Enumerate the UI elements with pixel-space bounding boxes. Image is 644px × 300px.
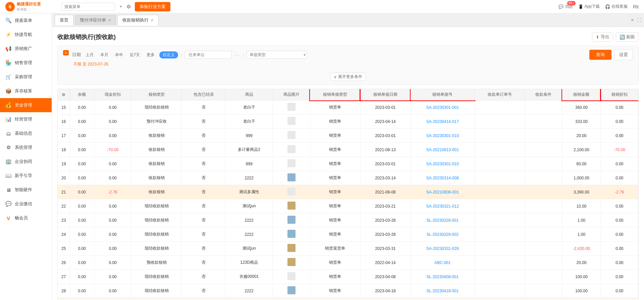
enterprise-icon: 🏢 — [5, 159, 11, 165]
export-icon: ⬆ — [596, 35, 599, 40]
tab-bar-actions: ✕ ⛶ — [631, 17, 641, 23]
cancel-bill-no-link[interactable]: SA-20230301-001 — [426, 105, 459, 110]
cancel-bill-no-link[interactable]: ABC-001 — [434, 260, 451, 265]
cancel-bill-no-link[interactable]: SL-20230418-001 — [426, 289, 459, 293]
sidebar-item-smart-hardware[interactable]: 🖥 智能硬件 — [0, 183, 52, 197]
this-month-btn[interactable]: 本月 — [98, 51, 110, 58]
sidebar-item-search[interactable]: 🔍 搜索菜单 — [0, 13, 52, 28]
row-goods: 999 — [225, 157, 273, 171]
cancel-bill-no-link[interactable]: SA-20230314-008 — [426, 176, 459, 180]
industry-btn[interactable]: 体验行业方案 — [135, 2, 170, 11]
message-icon: 💬 — [558, 4, 564, 9]
search-input[interactable] — [61, 3, 115, 11]
expand-more-button[interactable]: ∨ 展开更多条件 — [330, 73, 366, 81]
last-7days-btn[interactable]: 近7天 — [128, 51, 142, 58]
cancel-bill-no-link[interactable]: SL-20230328-001 — [426, 218, 459, 223]
message-area[interactable]: 💬 消息 99+ — [558, 4, 573, 9]
sidebar-item-guide[interactable]: 📖 新手引导 — [0, 169, 52, 183]
cancel-bill-no-link[interactable]: SL-20230408-001 — [426, 274, 459, 279]
cancel-bill-no-link[interactable]: SA-20230321-012 — [426, 204, 459, 209]
col-goods: 商品 — [225, 89, 273, 100]
sidebar-item-purchase[interactable]: 🛒 采购管理 — [0, 70, 52, 84]
row-cash-discount: 0.00 — [94, 115, 131, 129]
cancel-bill-no-link[interactable]: SA-20230414-017 — [426, 119, 459, 124]
cancel-bill-no-link[interactable]: SA-20230331-026 — [426, 246, 459, 251]
tab-prepay-close-icon[interactable]: ✕ — [108, 18, 111, 23]
window-maximize-icon[interactable]: ⛶ — [637, 17, 641, 23]
row-collection-order-no — [475, 143, 525, 157]
row-payment-terms — [525, 129, 562, 143]
row-type: 收款核销 — [131, 171, 182, 185]
sidebar-label-inventory: 库存核算 — [15, 88, 32, 94]
sidebar-item-basic-info[interactable]: 🗂 基础信息 — [0, 126, 52, 140]
row-cancel-discount: 0.00 — [601, 100, 638, 115]
refresh-button[interactable]: 🔄 刷新 — [616, 32, 639, 42]
row-goods: 2222 — [225, 284, 273, 298]
this-year-btn[interactable]: 本年 — [113, 51, 125, 58]
row-collection-order-no — [475, 284, 525, 298]
col-included: 包含已结清 — [181, 89, 225, 100]
row-no: 18 — [58, 143, 70, 157]
row-payment-terms — [525, 242, 562, 256]
row-cancel-bill-no: SA-20230301-001 — [411, 100, 475, 115]
row-balance: 0.00 — [70, 256, 94, 270]
row-cancel-bill-type: 销货单 — [310, 100, 360, 115]
expand-collapse-icon[interactable]: » — [63, 50, 69, 55]
sidebar-label-purchase: 采购管理 — [15, 74, 32, 80]
row-type: 现结收款核销 — [131, 270, 182, 284]
col-collection-order-no: 收款单订单号 — [475, 89, 525, 100]
col-settings[interactable]: ⚙ — [58, 89, 70, 100]
tab-prepay[interactable]: 预付冲应付单 ✕ — [75, 15, 116, 25]
tab-home[interactable]: 首页 — [55, 15, 73, 25]
row-goods-image — [273, 129, 310, 143]
settings-button[interactable]: 设置 — [614, 49, 633, 60]
sidebar-label-marketing: 营销推广 — [15, 46, 32, 52]
cancel-bill-no-link[interactable]: SA-20210808-001 — [426, 190, 459, 195]
sidebar-item-sales[interactable]: 🏪 销售管理 — [0, 56, 52, 70]
cancel-bill-no-link[interactable]: SA-20210813-001 — [426, 147, 459, 152]
app-download[interactable]: 📱 App下载 — [578, 4, 600, 9]
partner-input[interactable] — [185, 51, 232, 59]
window-close-icon[interactable]: ✕ — [631, 17, 634, 23]
export-button[interactable]: ⬆ 导出 — [592, 32, 613, 42]
sidebar-item-marketing[interactable]: 📢 营销推广 — [0, 42, 52, 56]
row-cancel-bill-date: 2021-08-13 — [360, 143, 411, 157]
sidebar-item-member[interactable]: V 畅会员 — [0, 211, 52, 225]
online-service[interactable]: 🎧 在线客服 — [605, 4, 628, 9]
sidebar-item-finance[interactable]: 💰 资金管理 — [0, 98, 52, 112]
goods-image — [287, 187, 296, 196]
download-icon: 📱 — [578, 4, 583, 9]
custom-btn[interactable]: 自定义 — [159, 51, 178, 58]
row-included: 否 — [181, 115, 225, 129]
service-icon: 🎧 — [605, 4, 610, 9]
sidebar-item-operations[interactable]: 📊 经营管理 — [0, 112, 52, 126]
divider1: | — [181, 52, 182, 57]
sidebar-item-system[interactable]: ⚙ 系统管理 — [0, 140, 52, 155]
page-title-row: 收款核销执行(按收款) ⬆ 导出 🔄 刷新 — [57, 32, 639, 42]
row-cancel-discount: 0.00 — [601, 284, 638, 298]
sidebar-item-enterprise[interactable]: 🏢 企业协同 — [0, 155, 52, 169]
cancel-bill-no-link[interactable]: SA-20230301-010 — [426, 133, 459, 138]
query-button[interactable]: 查询 — [589, 50, 611, 60]
sidebar-item-wechat[interactable]: 💬 企业微信 — [0, 197, 52, 211]
last-month-btn[interactable]: 上月 — [84, 51, 96, 58]
cancel-bill-no-link[interactable]: SL-20230328-002 — [426, 232, 459, 237]
message-badge: 99+ — [567, 1, 576, 5]
tab-collection-close-icon[interactable]: ✕ — [151, 18, 154, 23]
row-goods: 123D商品 — [225, 256, 273, 270]
table-row: 27 0.00 0.00 现结收款核销 否 衣服00001 销货单 2023-0… — [58, 270, 638, 284]
row-cash-discount: 0.00 — [94, 270, 131, 284]
more-btn[interactable]: 更多 — [145, 51, 157, 58]
row-cancel-bill-type: 销货退货单 — [310, 242, 360, 256]
row-type: 现结收款核销 — [131, 199, 182, 213]
cancel-bill-no-link[interactable]: SA-20230301-010 — [426, 162, 459, 166]
row-payment-terms — [525, 143, 562, 157]
tab-collection[interactable]: 收款核销执行 ✕ — [117, 15, 159, 26]
gear-icon[interactable]: ⚙ — [126, 4, 131, 10]
row-no: 28 — [58, 284, 70, 298]
row-payment-terms — [525, 213, 562, 227]
row-balance: 0.00 — [70, 227, 94, 242]
sidebar-item-inventory[interactable]: 📦 库存核算 — [0, 84, 52, 98]
sidebar-item-quick-nav[interactable]: ⚡ 快捷导航 — [0, 28, 52, 42]
bill-type-input[interactable] — [247, 51, 307, 59]
